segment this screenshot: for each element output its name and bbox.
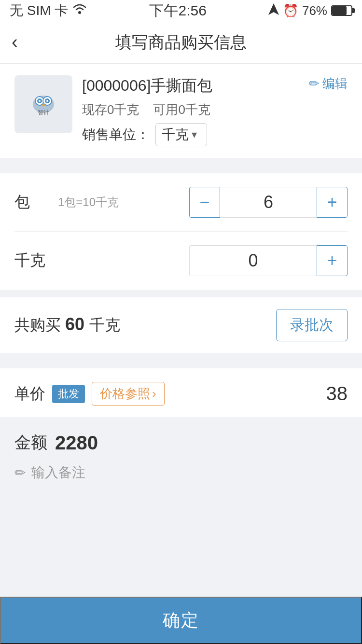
amount-row: 金额 2280 [14, 432, 348, 454]
unit-label: 销售单位： [82, 126, 150, 144]
unit-select[interactable]: 千克 ▾ [155, 123, 207, 146]
svg-point-0 [78, 11, 81, 14]
kg-label: 千克 [14, 250, 53, 271]
product-card: 智计 [0000006]手撕面包 现存0千克 可用0千克 销售单位： 千克 ▾ [0, 64, 362, 158]
total-text: 共购买 60 千克 [14, 314, 120, 336]
status-bar: 无 SIM 卡 下午2:56 ⏰ 76% [0, 0, 362, 21]
price-section: 单价 批发 价格参照 › 38 [0, 368, 362, 417]
note-placeholder: 输入备注 [31, 463, 85, 482]
pack-controls: − + [189, 187, 348, 218]
pack-quantity-section: 包 1包=10千克 − + 千克 + [0, 173, 362, 290]
total-section: 共购买 60 千克 录批次 [0, 297, 362, 353]
price-row: 单价 批发 价格参照 › 38 [14, 382, 348, 406]
note-icon: ✏ [14, 465, 26, 481]
back-button[interactable]: ‹ [12, 32, 18, 53]
product-unit-row: 销售单位： 千克 ▾ [82, 123, 212, 146]
note-row[interactable]: ✏ 输入备注 [14, 463, 348, 487]
batch-button[interactable]: 录批次 [276, 309, 348, 341]
carrier-text: 无 SIM 卡 [10, 1, 68, 20]
battery-icon [331, 5, 352, 16]
divider-1 [0, 166, 362, 173]
price-value: 38 [326, 383, 348, 405]
page-title: 填写商品购买信息 [115, 31, 247, 54]
owl-logo-icon: 智计 [29, 87, 58, 122]
amount-section: 金额 2280 ✏ 输入备注 [0, 417, 362, 491]
status-right: ⏰ 76% [268, 3, 352, 18]
pack-sub-label: 1包=10千克 [58, 195, 189, 210]
price-ref-arrow-icon: › [152, 386, 156, 401]
product-name: [0000006]手撕面包 [82, 75, 212, 97]
divider-2 [0, 290, 362, 297]
location-icon [268, 3, 279, 18]
price-tag: 批发 [52, 385, 85, 403]
product-stock: 现存0千克 可用0千克 [82, 101, 212, 118]
kg-controls: + [189, 245, 348, 276]
price-label: 单价 [14, 383, 45, 405]
unit-select-arrow-icon: ▾ [192, 128, 197, 141]
pack-minus-button[interactable]: − [189, 187, 220, 218]
status-time: 下午2:56 [149, 1, 206, 21]
svg-point-8 [46, 100, 48, 102]
edit-button[interactable]: ✏ 编辑 [309, 75, 348, 92]
product-info: [0000006]手撕面包 现存0千克 可用0千克 销售单位： 千克 ▾ ✏ 编… [82, 75, 348, 146]
pack-label: 包 [14, 192, 53, 213]
status-left: 无 SIM 卡 [10, 1, 87, 20]
kg-plus-button[interactable]: + [317, 245, 348, 276]
kg-input[interactable] [189, 245, 317, 276]
pack-qty-row: 包 1包=10千克 − + [14, 173, 348, 232]
pack-plus-button[interactable]: + [317, 187, 348, 218]
total-value: 60 [65, 314, 89, 334]
pack-input[interactable] [220, 187, 317, 218]
kg-qty-row: 千克 + [14, 232, 348, 290]
product-thumbnail: 智计 [14, 75, 72, 133]
price-ref-button[interactable]: 价格参照 › [92, 382, 165, 406]
amount-value: 2280 [55, 432, 98, 454]
alarm-icon: ⏰ [283, 3, 298, 18]
svg-marker-1 [268, 3, 279, 15]
wifi-icon [72, 3, 87, 18]
divider-3 [0, 361, 362, 368]
confirm-button[interactable]: 确定 [0, 597, 362, 644]
battery-text: 76% [302, 3, 327, 18]
svg-text:智计: 智计 [38, 109, 49, 116]
svg-point-7 [39, 100, 41, 102]
edit-icon: ✏ [309, 76, 320, 91]
amount-label: 金额 [14, 432, 47, 454]
nav-bar: ‹ 填写商品购买信息 [0, 21, 362, 64]
